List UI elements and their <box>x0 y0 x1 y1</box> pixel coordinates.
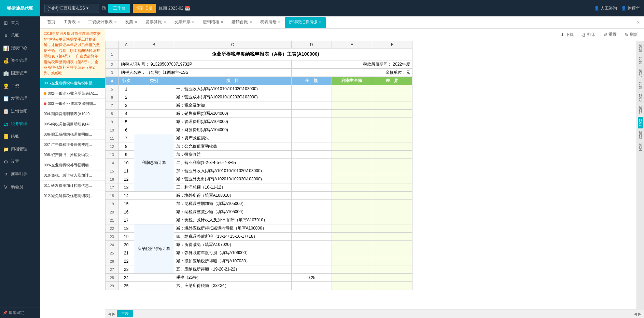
cell-quane[interactable] <box>291 110 332 118</box>
tab-purchase-ledger[interactable]: 进销台账 ✕ <box>227 17 256 28</box>
close-icon[interactable]: ✕ <box>319 20 322 24</box>
cell-xiangmu[interactable]: 四、纳税调整后所得（13-14+15-16-17+18） <box>174 233 291 241</box>
cell-xingci[interactable]: 24 <box>118 274 134 282</box>
form-item-006[interactable]: 006-职工薪酬纳税调整明细... <box>40 129 105 140</box>
close-icon[interactable]: ✕ <box>135 20 137 24</box>
tab-invoice-calc[interactable]: 发票算账 ✕ <box>141 17 170 28</box>
cell-chay[interactable] <box>372 159 412 167</box>
tab-income-tax[interactable]: 所得税汇算清缴 ✕ <box>285 17 326 28</box>
year-item-2016[interactable]: 2016 <box>638 55 643 66</box>
cell-chay[interactable] <box>372 274 412 282</box>
cell-xiangmu[interactable]: 减：免税、减计收入及加计 扣除（填写A107010） <box>174 216 291 224</box>
cell-quane[interactable] <box>291 93 332 101</box>
cell-xingci[interactable]: 5 <box>118 118 134 126</box>
cell-xiangmu[interactable]: 六、应纳所得税额（23×24） <box>174 282 291 290</box>
form-item-008[interactable]: 008-资产折旧、摊销及纳税... <box>40 150 105 160</box>
print-button[interactable]: 🖨 打印 <box>580 31 598 39</box>
cell-quane[interactable] <box>291 142 332 151</box>
tab-payroll[interactable]: 工资表 ✕ <box>59 17 84 28</box>
cell-chay[interactable] <box>372 241 412 249</box>
cell-xiangmu[interactable]: 减：销售费用(填写A104000) <box>174 110 291 118</box>
cell-leibie[interactable] <box>134 200 174 208</box>
year-item-2020[interactable]: 2020 <box>638 92 643 103</box>
company-selector[interactable]: (勾脚) 江西服宝-LSS ▾ <box>44 4 99 13</box>
ai-consult[interactable]: 👤 人工咨询 <box>594 5 617 11</box>
sidebar-item-tax[interactable]: 🗂 税务管理 <box>0 117 40 130</box>
sidebar-item-home[interactable]: ⊞ 首页 <box>0 16 40 29</box>
cell-xiangmu[interactable]: 减：境外所得（填写A108010） <box>174 192 291 200</box>
cell-xingci[interactable]: 12 <box>118 175 134 183</box>
cell-chay[interactable] <box>372 85 412 93</box>
cell-chay[interactable] <box>372 151 412 159</box>
cell-lirun[interactable] <box>332 93 372 101</box>
form-item-007[interactable]: 007-广告费和业务宣传费超... <box>40 140 105 150</box>
cell-leibie[interactable]: 利润总额计算 <box>134 134 174 192</box>
close-icon[interactable]: ✕ <box>278 20 281 24</box>
cell-leibie[interactable] <box>134 192 174 200</box>
pin-toggle[interactable]: 📌 取消固定 <box>0 307 40 318</box>
cell-quane[interactable] <box>291 151 332 159</box>
cell-xingci[interactable]: 19 <box>118 233 134 241</box>
year-item-2024[interactable]: 2024 <box>638 141 643 153</box>
cell-lirun[interactable] <box>332 257 372 265</box>
cell-lirun[interactable] <box>332 208 372 216</box>
cell-xiangmu[interactable]: 加：公允价值变动收益 <box>174 142 291 151</box>
close-icon[interactable]: ✕ <box>192 20 195 24</box>
cell-xingci[interactable]: 3 <box>118 101 134 110</box>
sidebar-item-finance[interactable]: 💰 资金管理 <box>0 54 40 67</box>
cell-chay[interactable] <box>372 175 412 183</box>
cell-xiangmu[interactable]: 五、应纳税所得额（19-20-21-22） <box>174 265 291 274</box>
sidebar-item-guide[interactable]: ? 新手引导 <box>0 168 40 181</box>
close-icon[interactable]: ✕ <box>77 20 80 24</box>
spreadsheet-wrap[interactable]: A B C D E F 1 企业所 <box>105 41 636 309</box>
cell-xingci[interactable]: 11 <box>118 167 134 175</box>
form-item-004[interactable]: 004-期间费用明细表(A1040... <box>40 109 105 119</box>
cell-lirun[interactable] <box>332 85 372 93</box>
cell-xiangmu[interactable]: 加：营业外收入(填写A101010\101020\103000) <box>174 167 291 175</box>
form-item-001[interactable]: 001-企业所得税年度纳税申报... <box>40 78 105 88</box>
cell-lirun[interactable] <box>332 233 372 241</box>
cell-xiangmu[interactable]: 减：营业外支出(填写A102010\102020\103000) <box>174 175 291 183</box>
cell-xingci[interactable]: 13 <box>118 183 134 192</box>
cell-xingci[interactable]: 15 <box>118 200 134 208</box>
cell-lirun[interactable] <box>332 282 372 290</box>
form-item-009[interactable]: 009-企业所得税补亏损明细... <box>40 160 105 170</box>
year-item-2021[interactable]: 2021 <box>638 104 643 116</box>
tab-invoice-open[interactable]: 发票开票 ✕ <box>170 17 199 28</box>
cell-quane[interactable] <box>291 192 332 200</box>
cell-xingci[interactable]: 23 <box>118 265 134 274</box>
cell-lirun[interactable] <box>332 265 372 274</box>
cell-xingci[interactable]: 20 <box>118 241 134 249</box>
cell-chay[interactable] <box>372 216 412 224</box>
cell-lirun[interactable] <box>332 175 372 183</box>
work-button[interactable]: 工作台 <box>108 4 130 13</box>
cell-leibie[interactable]: 应纳税所得额计算 <box>134 224 174 274</box>
cell-lirun[interactable] <box>332 142 372 151</box>
form-item-005[interactable]: 005-纳税调整项目明细表(A1... <box>40 119 105 129</box>
sheet-tab-main[interactable]: 主表 <box>117 310 133 317</box>
form-item-012[interactable]: 012-减免所得税优惠明细表(... <box>40 191 105 201</box>
cell-lirun[interactable] <box>332 167 372 175</box>
cell-xiangmu[interactable]: 一、营业收入(填写A101010\101020\103000) <box>174 85 291 93</box>
close-icon[interactable]: ✕ <box>114 20 117 24</box>
close-icon[interactable]: ✕ <box>221 20 223 24</box>
reset-button[interactable]: ↺ 重置 <box>602 31 619 39</box>
sidebar-item-ledger[interactable]: ≡ 总账 <box>0 29 40 42</box>
cell-leibie[interactable] <box>134 85 174 93</box>
year-item-2018[interactable]: 2018 <box>638 80 643 91</box>
cell-leibie[interactable] <box>134 282 174 290</box>
user-info[interactable]: 👤 徐莲华 <box>621 5 640 11</box>
cell-chay[interactable] <box>372 265 412 274</box>
cell-xiangmu[interactable]: 减：资产减值损失 <box>174 134 291 142</box>
cell-xiangmu[interactable]: 减：税金及附加 <box>174 101 291 110</box>
cell-quane[interactable] <box>291 257 332 265</box>
cell-xiangmu[interactable]: 三、利润总额（10-11-12） <box>174 183 291 192</box>
sheet-scroll-right[interactable]: ▶ <box>638 312 641 316</box>
cell-xingci[interactable]: 10 <box>118 159 134 167</box>
cell-xingci[interactable]: 25 <box>118 282 134 290</box>
sidebar-item-settings[interactable]: ⚙ 设置 <box>0 155 40 168</box>
nav-close-all[interactable]: ✕ <box>635 20 641 25</box>
cell-chay[interactable] <box>372 233 412 241</box>
cell-leibie[interactable] <box>134 101 174 110</box>
refresh-button[interactable]: ↻ 刷新 <box>623 31 640 39</box>
